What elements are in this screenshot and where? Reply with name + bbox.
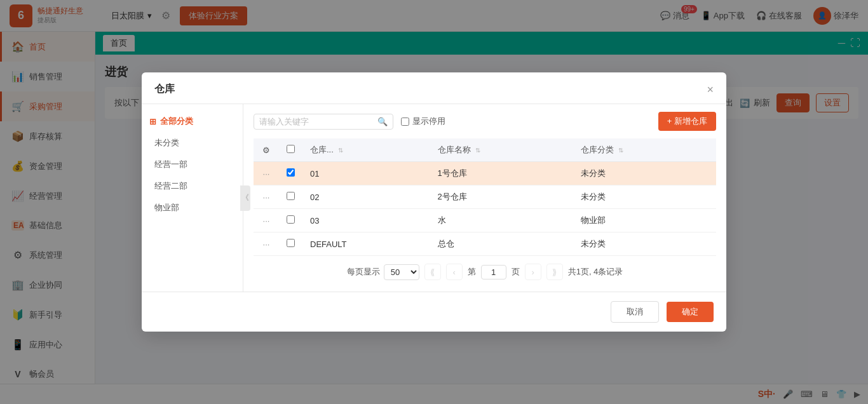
th-warehouse-category[interactable]: 仓库分类 ⇅ (573, 138, 716, 162)
table-row[interactable]: ··· 01 1号仓库 未分类 (254, 162, 716, 185)
page-unit: 页 (512, 266, 520, 278)
row-4-dots[interactable]: ··· (254, 232, 279, 256)
table-head: ⚙ 仓库... ⇅ 仓库名称 ⇅ (254, 138, 716, 162)
modal-sidebar-label-0: 未分类 (154, 138, 179, 147)
modal-sidebar-item-property[interactable]: 物业部 (142, 197, 243, 219)
pagination: 每页显示 50 10 20 100 ⟪ ‹ 第 页 › ⟫ (254, 256, 716, 284)
modal-body: ⊞ 全部分类 未分类 经营一部 经营二部 物业部 《 (142, 104, 726, 292)
search-input[interactable] (259, 117, 374, 126)
warehouse-modal: 仓库 × ⊞ 全部分类 未分类 经营一部 经营二部 (142, 72, 726, 332)
next-page-button[interactable]: › (525, 264, 541, 280)
modal-sidebar-all-label: 全部分类 (160, 116, 193, 127)
row-4-code: DEFAULT (302, 232, 430, 256)
total-info: 共1页, 4条记录 (568, 266, 623, 278)
row-3-dots[interactable]: ··· (254, 209, 279, 232)
table-row[interactable]: ··· 03 水 物业部 (254, 209, 716, 232)
page-size-select[interactable]: 50 10 20 100 (384, 264, 419, 280)
modal-sidebar-label-2: 经营二部 (154, 181, 187, 191)
row-2-category: 未分类 (573, 185, 716, 209)
page-input[interactable] (481, 265, 506, 279)
modal-main: 🔍 显示停用 + 新增仓库 ⚙ (243, 104, 726, 292)
modal-sidebar-item-dept2[interactable]: 经营二部 (142, 175, 243, 197)
modal-sidebar-item-uncategorized[interactable]: 未分类 (142, 132, 243, 154)
row-3-name: 水 (430, 209, 573, 232)
row-2-code: 02 (302, 185, 430, 209)
show-disabled-checkbox[interactable] (401, 118, 409, 126)
show-disabled-label[interactable]: 显示停用 (401, 116, 445, 127)
search-icon[interactable]: 🔍 (377, 117, 388, 126)
row-3-code: 03 (302, 209, 430, 232)
search-box: 🔍 (254, 114, 393, 130)
row-4-name: 总仓 (430, 232, 573, 256)
collapse-button[interactable]: 《 (240, 185, 250, 211)
th-warehouse-name[interactable]: 仓库名称 ⇅ (430, 138, 573, 162)
table-row[interactable]: ··· DEFAULT 总仓 未分类 (254, 232, 716, 256)
row-2-cb[interactable] (279, 185, 302, 209)
add-warehouse-button[interactable]: + 新增仓库 (658, 112, 716, 131)
row-1-dots[interactable]: ··· (254, 162, 279, 185)
first-page-button[interactable]: ⟪ (424, 264, 441, 280)
table-header-row: ⚙ 仓库... ⇅ 仓库名称 ⇅ (254, 138, 716, 162)
modal-title: 仓库 (154, 83, 175, 96)
row-1-cb[interactable] (279, 162, 302, 185)
prev-page-button[interactable]: ‹ (446, 264, 463, 280)
last-page-button[interactable]: ⟫ (546, 264, 563, 280)
row-3-cb[interactable] (279, 209, 302, 232)
collapse-icon: 《 (241, 192, 249, 203)
modal-sidebar: ⊞ 全部分类 未分类 经营一部 经营二部 物业部 《 (142, 104, 243, 292)
row-4-cb[interactable] (279, 232, 302, 256)
table-body: ··· 01 1号仓库 未分类 ··· 02 2号仓库 (254, 162, 716, 256)
row-4-category: 未分类 (573, 232, 716, 256)
confirm-button[interactable]: 确定 (667, 302, 714, 322)
th-gear[interactable]: ⚙ (254, 138, 279, 162)
sort-icon-category: ⇅ (618, 147, 623, 154)
row-2-name: 2号仓库 (430, 185, 573, 209)
modal-footer: 取消 确定 (142, 292, 726, 332)
sort-icon-name: ⇅ (475, 147, 480, 154)
warehouse-table: ⚙ 仓库... ⇅ 仓库名称 ⇅ (254, 138, 716, 256)
modal-overlay: 仓库 × ⊞ 全部分类 未分类 经营一部 经营二部 (0, 0, 868, 404)
row-1-name: 1号仓库 (430, 162, 573, 185)
page-label: 第 (468, 266, 476, 278)
sort-icon-code: ⇅ (338, 147, 343, 154)
cancel-button[interactable]: 取消 (611, 301, 659, 323)
page-size-wrap: 每页显示 50 10 20 100 (347, 264, 419, 280)
modal-sidebar-all[interactable]: ⊞ 全部分类 (142, 111, 243, 132)
modal-toolbar: 🔍 显示停用 + 新增仓库 (254, 112, 716, 131)
row-1-code: 01 (302, 162, 430, 185)
row-2-dots[interactable]: ··· (254, 185, 279, 209)
modal-sidebar-label-3: 物业部 (154, 203, 179, 212)
row-1-category: 未分类 (573, 162, 716, 185)
th-warehouse-code[interactable]: 仓库... ⇅ (302, 138, 430, 162)
grid-icon: ⊞ (149, 117, 156, 126)
modal-sidebar-label-1: 经营一部 (154, 159, 187, 169)
modal-header: 仓库 × (142, 72, 726, 104)
th-checkbox[interactable] (279, 138, 302, 162)
select-all-checkbox[interactable] (287, 145, 295, 153)
modal-close-button[interactable]: × (707, 84, 714, 95)
per-page-label: 每页显示 (347, 266, 380, 278)
show-disabled-text: 显示停用 (412, 116, 445, 127)
row-3-category: 物业部 (573, 209, 716, 232)
table-row[interactable]: ··· 02 2号仓库 未分类 (254, 185, 716, 209)
modal-sidebar-item-dept1[interactable]: 经营一部 (142, 154, 243, 175)
table: ⚙ 仓库... ⇅ 仓库名称 ⇅ (254, 138, 716, 256)
